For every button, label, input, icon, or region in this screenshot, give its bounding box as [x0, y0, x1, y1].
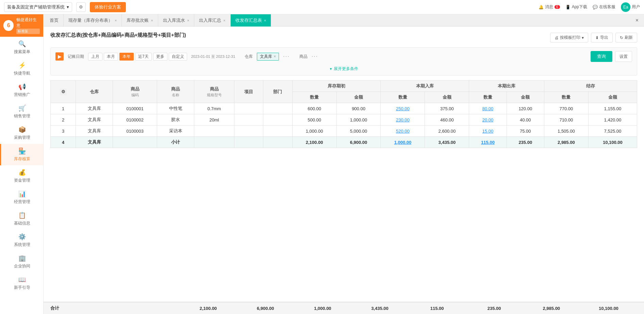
sidebar-item-search[interactable]: 🔍 搜索菜单 — [0, 37, 43, 58]
table-row-name: 胶水 — [157, 114, 194, 126]
table-row-close-amt: 1,155.00 — [588, 103, 637, 114]
chevron-down-icon: ▾ — [67, 4, 69, 10]
date-btn-more[interactable]: 更多 — [153, 53, 167, 61]
table-row-out-qty[interactable]: 15.00 — [469, 126, 507, 137]
th-group-opening: 库存期初 — [292, 81, 381, 92]
th-close-amt: 金额 — [588, 92, 637, 103]
sidebar-item-corp[interactable]: 🏢 企业协同 — [0, 251, 43, 272]
online-service-label: 在线客服 — [599, 4, 615, 10]
total-open-amt: 6,900.00 — [237, 306, 294, 311]
table-row-in-qty[interactable]: 230.00 — [381, 114, 425, 126]
basic-info-icon: 📋 — [18, 212, 26, 219]
tab-inout-flow-label: 出入库流水 — [163, 17, 185, 23]
table-row-close-amt: 1,420.00 — [588, 114, 637, 126]
export-btn[interactable]: ⬇ 导出 — [591, 33, 613, 43]
sidebar-item-label: 资金管理 — [14, 178, 30, 183]
table-row-close-qty: 1,505.00 — [544, 126, 588, 137]
settings-filter-btn[interactable]: 设置 — [615, 51, 632, 62]
tab-batch-ledger[interactable]: 库存批次账 × — [122, 14, 158, 27]
tab-bar-close-all[interactable]: × — [631, 17, 643, 23]
table-row-close-qty: 710.00 — [544, 114, 588, 126]
app-download-btn[interactable]: 📱 App下载 — [565, 4, 587, 10]
table-row-out-qty[interactable]: 115.00 — [469, 137, 507, 148]
tab-recv-send-summary-close[interactable]: × — [264, 18, 266, 22]
table-row-close-qty: 770.00 — [544, 103, 588, 114]
tab-inout-summary[interactable]: 出入库汇总 × — [194, 14, 230, 27]
download-icon: 📱 — [565, 5, 571, 10]
table-row-open-qty: 2,100.00 — [292, 137, 336, 148]
total-label: 合计 — [50, 305, 180, 311]
warehouse-filter-tag: 文具库 × — [257, 53, 279, 61]
tab-stock-dist[interactable]: 现存量（库存分布表） × — [64, 14, 122, 27]
tab-batch-ledger-close[interactable]: × — [151, 18, 153, 22]
inventory-icon: 🏪 — [18, 147, 26, 155]
table-row-name: 采访本 — [157, 126, 194, 137]
date-btn-curr-month[interactable]: 本月 — [104, 53, 118, 61]
sidebar-item-inventory[interactable]: 🏪 库存核算 — [0, 144, 43, 165]
user-btn[interactable]: Ea 用户 — [621, 2, 640, 12]
query-btn[interactable]: 查询 — [591, 51, 612, 62]
th-product-spec: 商品规格型号 — [194, 81, 234, 103]
filter-section: ▶ 记账日期 上月 本月 本年 近7天 更多 自定义 2023-01-01 至 … — [50, 47, 637, 76]
th-in-qty: 数量 — [381, 92, 425, 103]
table-settings-icon[interactable]: ⚙ — [60, 88, 67, 95]
notifications-badge: 6 — [555, 5, 560, 9]
tab-inout-summary-label: 出入库汇总 — [199, 17, 221, 23]
table-row-dept — [263, 114, 292, 126]
th-settings[interactable]: ⚙ — [51, 81, 76, 103]
sidebar-item-finance[interactable]: 💰 资金管理 — [0, 165, 43, 187]
trial-btn[interactable]: 体验行业方案 — [90, 2, 126, 12]
sidebar-item-purchase[interactable]: 📦 采购管理 — [0, 122, 43, 144]
date-btn-curr-year[interactable]: 本年 — [119, 53, 134, 61]
sidebar-item-label: 营销推广 — [14, 92, 30, 98]
notifications-btn[interactable]: 🔔 消息 6 — [539, 4, 560, 10]
system-selector[interactable]: 装备及固定资产辅助管理系统 ▾ — [4, 2, 72, 12]
table-row-in-qty[interactable]: 520.00 — [381, 126, 425, 137]
filter-toggle-btn[interactable]: ▶ — [55, 52, 64, 61]
goods-more-btn[interactable]: ··· — [312, 53, 318, 60]
sidebar-item-system[interactable]: ⚙️ 系统管理 — [0, 230, 43, 251]
tab-recv-send-summary[interactable]: 收发存汇总表 × — [231, 14, 271, 27]
settings-gear-btn[interactable]: ⚙ — [76, 2, 86, 12]
tab-inout-flow[interactable]: 出入库流水 × — [158, 14, 194, 27]
table-row-out-qty[interactable]: 20.00 — [469, 114, 507, 126]
page-title: 收发存汇总表(按仓库+商品编码+商品+规格型号+项目+部门) — [50, 32, 186, 38]
print-btn[interactable]: 🖨 按模板打印 ▾ — [550, 33, 588, 43]
expand-more-btn[interactable]: ▼ 展开更多条件 — [55, 65, 632, 72]
sales-icon: 🛒 — [18, 104, 26, 112]
table-row-open-qty: 1,000.00 — [292, 126, 336, 137]
sidebar-item-operations[interactable]: 📊 经营管理 — [0, 187, 43, 208]
refresh-btn-label: 刷新 — [625, 35, 633, 40]
sidebar-item-basic-info[interactable]: 📋 基础信息 — [0, 208, 43, 230]
tab-inout-flow-close[interactable]: × — [187, 18, 189, 22]
date-btn-custom[interactable]: 自定义 — [169, 53, 187, 61]
th-group-outbound: 本期出库 — [469, 81, 544, 92]
table-row-open-amt: 5,000.00 — [336, 126, 381, 137]
search-icon: 🔍 — [18, 40, 26, 48]
table-row-in-qty[interactable]: 1,000.00 — [381, 137, 425, 148]
printer-icon: 🖨 — [555, 35, 559, 40]
sidebar-item-label: 销售管理 — [14, 113, 30, 119]
tab-inout-summary-close[interactable]: × — [223, 18, 225, 22]
date-btn-prev-month[interactable]: 上月 — [88, 53, 102, 61]
date-btn-7days[interactable]: 近7天 — [135, 53, 152, 61]
table-row-in-amt: 460.00 — [425, 114, 469, 126]
sidebar-item-guide[interactable]: 📖 新手引导 — [0, 272, 43, 294]
th-close-qty: 数量 — [544, 92, 588, 103]
th-dept: 部门 — [263, 81, 292, 103]
sidebar-item-label: 基础信息 — [14, 220, 30, 226]
table-row-out-amt: 235.00 — [507, 137, 544, 148]
online-service-btn[interactable]: 💬 在线客服 — [593, 4, 615, 10]
table-row-out-qty[interactable]: 80.00 — [469, 103, 507, 114]
warehouse-more-btn[interactable]: ··· — [283, 53, 290, 60]
sidebar-item-quick-nav[interactable]: ⚡ 快捷导航 — [0, 58, 43, 80]
tab-home[interactable]: 首页 — [45, 14, 64, 27]
table-row-in-qty[interactable]: 250.00 — [381, 103, 425, 114]
tab-stock-dist-close[interactable]: × — [115, 18, 117, 22]
sidebar-item-marketing[interactable]: 📢 营销推广 — [0, 80, 43, 101]
print-btn-label: 按模板打印 — [560, 35, 580, 40]
sidebar-item-sales[interactable]: 🛒 销售管理 — [0, 101, 43, 122]
refresh-btn[interactable]: ↻ 刷新 — [615, 33, 637, 43]
warehouse-tag-close[interactable]: × — [274, 54, 276, 59]
logo-icon: 6 — [3, 20, 14, 31]
